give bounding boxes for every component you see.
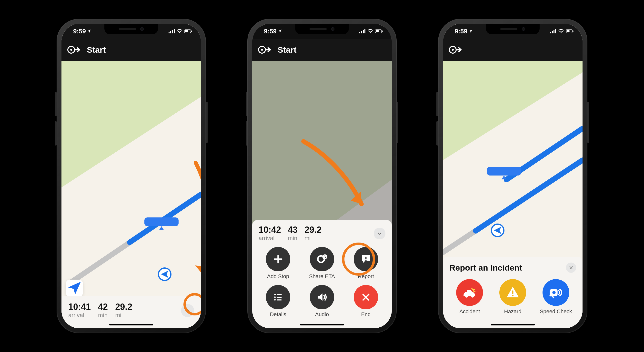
- svg-point-44: [512, 295, 514, 296]
- navigation-header: Start: [252, 39, 392, 61]
- svg-point-41: [465, 295, 468, 298]
- svg-rect-31: [573, 30, 574, 32]
- svg-rect-30: [566, 30, 569, 32]
- heading-indicator-icon: [158, 267, 172, 281]
- list-icon: [273, 292, 284, 303]
- navigation-header: [443, 39, 582, 61]
- svg-rect-27: [277, 297, 282, 298]
- svg-rect-10: [144, 217, 178, 226]
- svg-point-23: [274, 294, 276, 295]
- close-button[interactable]: [566, 263, 576, 273]
- navigation-start-label: Start: [87, 45, 106, 55]
- collapse-route-button[interactable]: [374, 228, 386, 239]
- route-distance: 29.2 mi: [115, 303, 132, 319]
- recenter-button[interactable]: [66, 280, 83, 297]
- share-eta-button[interactable]: Share ETA: [302, 247, 342, 280]
- report-icon: [360, 253, 372, 265]
- battery-icon: [184, 29, 192, 33]
- heading-indicator-icon: [491, 224, 504, 237]
- share-eta-label: Share ETA: [309, 273, 335, 280]
- wifi-icon: [558, 29, 564, 33]
- expand-route-button[interactable]: [181, 304, 194, 317]
- chevron-down-icon: [377, 231, 382, 236]
- add-stop-button[interactable]: Add Stop: [258, 247, 298, 280]
- navigation-header: Start: [62, 39, 201, 61]
- details-label: Details: [270, 311, 286, 318]
- start-route-icon: [448, 43, 462, 57]
- home-indicator[interactable]: [109, 324, 153, 326]
- svg-point-45: [552, 291, 556, 294]
- svg-rect-40: [487, 167, 521, 176]
- incident-hazard-label: Hazard: [504, 308, 522, 315]
- speaker-icon: [316, 292, 328, 303]
- accident-icon: [462, 285, 478, 301]
- report-button[interactable]: Report: [346, 247, 386, 280]
- start-route-icon: [258, 43, 272, 57]
- chevron-up-icon: [185, 308, 190, 313]
- end-button[interactable]: End: [346, 285, 386, 318]
- route-distance: 29.2 mi: [304, 226, 322, 242]
- home-indicator[interactable]: [300, 324, 344, 326]
- svg-point-25: [274, 299, 276, 301]
- route-duration: 42 min: [98, 303, 108, 319]
- svg-point-22: [366, 259, 367, 261]
- status-time: 9:59: [455, 27, 473, 35]
- hazard-icon: [506, 285, 520, 300]
- wifi-icon: [367, 29, 373, 33]
- svg-rect-1: [185, 30, 188, 32]
- details-button[interactable]: Details: [258, 285, 298, 318]
- svg-point-42: [471, 295, 474, 298]
- route-panel-expanded: 10:42 arrival 43 min 29.2 mi Ad: [252, 220, 392, 328]
- battery-icon: [375, 29, 383, 33]
- report-incident-panel: Report an Incident Accident: [443, 257, 582, 328]
- svg-rect-21: [366, 257, 367, 259]
- share-eta-icon: [316, 254, 328, 265]
- map[interactable]: [62, 24, 201, 328]
- home-indicator[interactable]: [491, 324, 535, 326]
- phone-3: 9:59: [438, 19, 588, 333]
- cell-signal-icon: [359, 29, 366, 33]
- svg-rect-26: [277, 294, 282, 295]
- speed-check-icon: [548, 285, 564, 300]
- status-time: 9:59: [264, 27, 282, 35]
- svg-point-24: [274, 297, 276, 298]
- phone-2: 9:59 Start: [247, 19, 397, 333]
- status-time: 9:59: [73, 27, 91, 35]
- wifi-icon: [176, 29, 182, 33]
- svg-rect-2: [191, 30, 192, 32]
- battery-icon: [566, 29, 574, 33]
- end-label: End: [361, 311, 370, 318]
- svg-rect-28: [277, 299, 282, 300]
- svg-rect-13: [382, 30, 383, 32]
- route-arrival: 10:41 arrival: [68, 303, 91, 319]
- svg-point-33: [452, 49, 454, 51]
- route-duration: 43 min: [288, 226, 298, 242]
- svg-rect-12: [376, 30, 378, 32]
- incident-accident-label: Accident: [459, 308, 480, 315]
- navigation-start-label: Start: [278, 45, 296, 55]
- incident-hazard-button[interactable]: Hazard: [492, 279, 533, 315]
- cell-signal-icon: [168, 29, 175, 33]
- audio-label: Audio: [315, 311, 329, 318]
- audio-button[interactable]: Audio: [302, 285, 342, 318]
- location-services-icon: [278, 27, 282, 35]
- svg-rect-43: [512, 290, 514, 294]
- location-services-icon: [87, 27, 91, 35]
- location-services-icon: [468, 27, 473, 35]
- start-route-icon: [67, 43, 81, 57]
- incident-speed-check-label: Speed Check: [540, 308, 572, 315]
- close-icon: [361, 292, 371, 302]
- report-panel-title: Report an Incident: [449, 263, 522, 273]
- phone-1: 9:59 Start: [56, 19, 206, 333]
- report-label: Report: [358, 273, 374, 280]
- plus-icon: [273, 254, 284, 265]
- close-icon: [569, 266, 573, 270]
- svg-point-15: [261, 49, 263, 51]
- svg-point-4: [70, 49, 72, 51]
- add-stop-label: Add Stop: [267, 273, 289, 280]
- cell-signal-icon: [550, 29, 556, 33]
- incident-speed-check-button[interactable]: Speed Check: [536, 279, 576, 315]
- incident-accident-button[interactable]: Accident: [449, 279, 490, 315]
- route-arrival: 10:42 arrival: [258, 226, 281, 242]
